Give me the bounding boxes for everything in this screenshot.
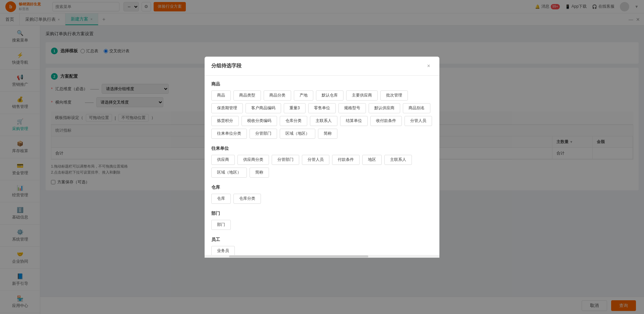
field-category-仓库: 仓库仓库仓库分类	[211, 184, 433, 204]
field-tag[interactable]: 分管人员	[302, 155, 329, 165]
field-tags: 仓库仓库分类	[211, 194, 433, 204]
field-tag[interactable]: 零售单位	[308, 103, 336, 113]
field-tags: 商品商品类型商品分类产地默认仓库主要供应商批次管理保质期管理客户商品编码重量3零…	[211, 90, 433, 139]
field-tag[interactable]: 业务员	[211, 246, 235, 255]
field-category-部门: 部门部门	[211, 210, 433, 230]
field-tag[interactable]: 付款条件	[332, 155, 360, 165]
field-tag[interactable]: 结算单位	[340, 116, 368, 126]
field-tag[interactable]: 简称	[250, 168, 269, 178]
modal-close-button[interactable]: ×	[425, 62, 433, 70]
field-tag[interactable]: 商品	[211, 90, 231, 101]
field-tag[interactable]: 批次管理	[380, 90, 408, 101]
field-tags: 部门	[211, 220, 433, 230]
modal-title: 分组待选字段	[211, 63, 241, 69]
field-tag[interactable]: 商品分类	[264, 90, 291, 101]
field-tag[interactable]: 炼货积分	[211, 116, 239, 126]
field-tags: 业务员	[211, 246, 433, 255]
field-tag[interactable]: 区域（地区）	[280, 129, 315, 139]
field-tag[interactable]: 供应商	[211, 155, 235, 165]
field-tag[interactable]: 仓库	[211, 194, 231, 204]
field-tag[interactable]: 主联系人	[310, 116, 337, 126]
field-tag[interactable]: 分管部门	[250, 129, 277, 139]
field-tag[interactable]: 部门	[211, 220, 231, 230]
field-tag[interactable]: 分管部门	[272, 155, 299, 165]
field-tag[interactable]: 地区	[362, 155, 382, 165]
field-tag[interactable]: 税收分类编码	[241, 116, 277, 126]
field-tag[interactable]: 产地	[294, 90, 313, 101]
field-category-商品: 商品商品商品类型商品分类产地默认仓库主要供应商批次管理保质期管理客户商品编码重量…	[211, 81, 433, 139]
modal-dialog: 分组待选字段 × 商品商品商品类型商品分类产地默认仓库主要供应商批次管理保质期管…	[205, 57, 439, 258]
field-tag[interactable]: 收付款条件	[370, 116, 402, 126]
field-tag[interactable]: 商品类型	[233, 90, 261, 101]
field-tag[interactable]: 分管人员	[405, 116, 432, 126]
field-tag[interactable]: 默认供应商	[369, 103, 400, 113]
field-tag[interactable]: 重量3	[284, 103, 306, 113]
modal-horizontal-scrollbar[interactable]	[205, 255, 439, 258]
modal-hscroll-thumb	[229, 255, 368, 257]
field-tag[interactable]: 主要供应商	[346, 90, 378, 101]
modal-body: 商品商品商品类型商品分类产地默认仓库主要供应商批次管理保质期管理客户商品编码重量…	[205, 76, 439, 255]
field-tag[interactable]: 默认仓库	[316, 90, 343, 101]
field-category-往来单位: 往来单位供应商供应商分类分管部门分管人员付款条件地区主联系人区域（地区）简称	[211, 145, 433, 178]
field-tag[interactable]: 供应商分类	[237, 155, 269, 165]
field-tag[interactable]: 保质期管理	[211, 103, 243, 113]
field-category-title: 部门	[211, 210, 433, 216]
field-tag[interactable]: 区域（地区）	[211, 168, 247, 178]
modal-header: 分组待选字段 ×	[205, 57, 439, 76]
field-tag[interactable]: 规格型号	[338, 103, 366, 113]
field-category-title: 商品	[211, 81, 433, 87]
field-tag[interactable]: 简称	[318, 129, 337, 139]
field-tag[interactable]: 商品别名	[403, 103, 430, 113]
field-category-title: 员工	[211, 237, 433, 243]
field-tag[interactable]: 往来单位分类	[211, 129, 247, 139]
modal-overlay: 分组待选字段 × 商品商品商品类型商品分类产地默认仓库主要供应商批次管理保质期管…	[0, 0, 644, 314]
field-tag[interactable]: 客户商品编码	[246, 103, 281, 113]
field-tag[interactable]: 仓库分类	[280, 116, 307, 126]
field-category-title: 仓库	[211, 184, 433, 190]
field-tag[interactable]: 主联系人	[384, 155, 412, 165]
field-tag[interactable]: 仓库分类	[233, 194, 261, 204]
field-category-title: 往来单位	[211, 145, 433, 151]
field-tags: 供应商供应商分类分管部门分管人员付款条件地区主联系人区域（地区）简称	[211, 155, 433, 178]
field-category-员工: 员工业务员	[211, 237, 433, 255]
